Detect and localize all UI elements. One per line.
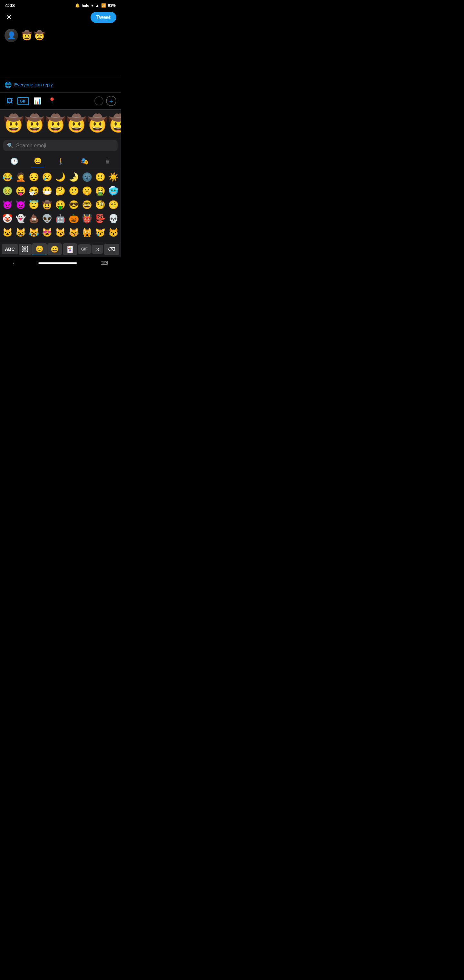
back-nav[interactable]: ‹ [13, 260, 14, 266]
battery-label: 93% [108, 3, 116, 8]
kaomoji-text-key[interactable]: :-) [92, 245, 103, 254]
globe-icon: 🌐 [5, 81, 11, 88]
emoji-cell[interactable]: 🐱 [1, 226, 14, 240]
emoji-keyboard: 🤠🤠🤠🤠🤠🤠🤠🤠🤠🤠🤠🤠🤠🤠🤠🤠 🤠 🥺 😍 🔍 🕐 😀 🚶 🎭 🖥 😂 🤦 😔… [0, 109, 121, 257]
heart-icon: ♥ [91, 3, 94, 8]
kaomoji-key[interactable]: 🃏 [63, 243, 77, 255]
emoji-cell[interactable]: 👿 [14, 198, 27, 212]
compose-content[interactable]: 🤠🤠 [21, 29, 116, 74]
wifi-icon: ▲ [95, 3, 99, 8]
emoji-search-bar: 🔍 [3, 140, 118, 151]
search-icon: 🔍 [7, 143, 14, 149]
location-button[interactable]: 📍 [46, 95, 58, 107]
emoji-cell[interactable]: 🌙 [54, 170, 67, 184]
emoticon-key[interactable]: 😄 [48, 243, 62, 255]
emoji-cell[interactable]: 🌛 [67, 170, 80, 184]
backspace-key[interactable]: ⌫ [104, 244, 119, 255]
emoji-cell[interactable]: 💀 [107, 212, 120, 226]
avatar: 👤 [5, 29, 18, 42]
compose-area: 👤 🤠🤠 [0, 25, 121, 77]
emoji-cell[interactable]: 🤫 [80, 184, 94, 198]
tweet-button[interactable]: Tweet [91, 12, 116, 23]
hulu-icon: hulu [82, 3, 89, 7]
emoji-cell[interactable]: ☀️ [107, 170, 120, 184]
compose-emoji: 🤠🤠 [21, 30, 46, 40]
emoji-cell[interactable]: 😔 [27, 170, 40, 184]
emoji-cell[interactable]: 🎃 [67, 212, 80, 226]
emoji-cell[interactable]: 😻 [41, 226, 54, 240]
emoji-cell[interactable]: 💩 [27, 212, 40, 226]
emoji-cell[interactable]: 😕 [67, 184, 80, 198]
reply-setting[interactable]: 🌐 Everyone can reply [0, 77, 121, 92]
tab-people[interactable]: 🚶 [54, 155, 68, 167]
emoji-cell[interactable]: 😹 [27, 226, 40, 240]
abc-key[interactable]: ABC [2, 244, 18, 255]
emoji-cell[interactable]: 😸 [14, 226, 27, 240]
tab-objects[interactable]: 🖥 [102, 155, 113, 167]
emoji-key[interactable]: 😊 [32, 243, 47, 255]
signal-icon: 📶 [101, 3, 106, 8]
emoji-cell[interactable]: 😇 [27, 198, 40, 212]
emoji-cell[interactable]: 👹 [80, 212, 94, 226]
emoji-cell[interactable]: 🙀 [80, 226, 94, 240]
top-nav: ✕ Tweet [0, 10, 121, 25]
emoji-grid: 😂 🤦 😔 😢 🌙 🌛 🌚 🙂 ☀️ 🤢 😝 🤧 😷 🤔 😕 🤫 🤮 🥶 😈 👿… [0, 169, 121, 241]
status-icons: 🔔 hulu ♥ ▲ 📶 93% [75, 3, 116, 8]
emoji-cell[interactable]: 😢 [41, 170, 54, 184]
poll-button[interactable]: 📊 [32, 95, 43, 107]
char-counter [94, 96, 103, 105]
emoji-cell[interactable]: 😂 [1, 170, 14, 184]
avatar-image: 👤 [5, 29, 18, 42]
emoji-cell[interactable]: 🤦 [14, 170, 27, 184]
bottom-system-nav: ‹ ⌨ [0, 257, 121, 267]
reply-label: Everyone can reply [14, 82, 53, 88]
emoji-cell[interactable]: 🤔 [54, 184, 67, 198]
search-input[interactable] [16, 143, 114, 149]
emoji-cell[interactable]: 🤡 [1, 212, 14, 226]
keyboard-bottom-toolbar: ABC 🖼 😊 😄 🃏 GIF :-) ⌫ [0, 241, 121, 257]
emoji-cell[interactable]: 😷 [41, 184, 54, 198]
emoji-cell[interactable]: 🧐 [94, 198, 107, 212]
status-bar: 4:03 🔔 hulu ♥ ▲ 📶 93% [0, 0, 121, 10]
category-tabs: 🕐 😀 🚶 🎭 🖥 [0, 154, 121, 169]
emoji-cell[interactable]: 🤨 [107, 198, 120, 212]
tab-activities[interactable]: 🎭 [78, 155, 91, 167]
emoji-cell[interactable]: 🤠 [41, 198, 54, 212]
emoji-cell[interactable]: 👽 [41, 212, 54, 226]
keyboard-nav[interactable]: ⌨ [100, 260, 108, 266]
add-button[interactable]: ＋ [106, 96, 116, 106]
emoji-cell[interactable]: 🤢 [1, 184, 14, 198]
emoji-cell[interactable]: 🤮 [94, 184, 107, 198]
home-indicator [38, 262, 77, 264]
image-button[interactable]: 🖼 [5, 95, 15, 107]
notification-icon: 🔔 [75, 3, 80, 8]
emoji-cell[interactable]: 👻 [14, 212, 27, 226]
gif-button[interactable]: GIF [17, 97, 29, 105]
emoji-cell[interactable]: 😈 [1, 198, 14, 212]
emoji-cell[interactable]: 🤑 [54, 198, 67, 212]
status-time: 4:03 [5, 3, 15, 8]
emoji-cell[interactable]: 😽 [67, 226, 80, 240]
emoji-cell[interactable]: 🤓 [80, 198, 94, 212]
emoji-cell[interactable]: 😾 [107, 226, 120, 240]
gif-key[interactable]: GIF [78, 244, 91, 254]
emoji-cell[interactable]: 😎 [67, 198, 80, 212]
emoji-cell[interactable]: 😿 [94, 226, 107, 240]
emoji-cell[interactable]: 🤖 [54, 212, 67, 226]
emoji-cell[interactable]: 👺 [94, 212, 107, 226]
compose-toolbar: 🖼 GIF 📊 📍 ＋ [0, 92, 121, 109]
recent-strip: 🤠🤠🤠🤠🤠🤠🤠🤠🤠🤠🤠🤠🤠🤠🤠🤠 🤠 🥺 😍 [0, 110, 121, 137]
emoji-cell[interactable]: 🌚 [80, 170, 94, 184]
recent-emoji-group[interactable]: 🤠🤠🤠🤠🤠🤠🤠🤠🤠🤠🤠🤠🤠🤠🤠🤠 [1, 112, 121, 134]
close-button[interactable]: ✕ [5, 12, 13, 23]
emoji-cell[interactable]: 🥶 [107, 184, 120, 198]
sticker-key[interactable]: 🖼 [19, 244, 32, 255]
tab-recent[interactable]: 🕐 [8, 155, 21, 167]
emoji-cell[interactable]: 🙂 [94, 170, 107, 184]
emoji-cell[interactable]: 🤧 [27, 184, 40, 198]
emoji-cell[interactable]: 😝 [14, 184, 27, 198]
emoji-cell[interactable]: 😼 [54, 226, 67, 240]
tab-smileys[interactable]: 😀 [31, 155, 44, 167]
